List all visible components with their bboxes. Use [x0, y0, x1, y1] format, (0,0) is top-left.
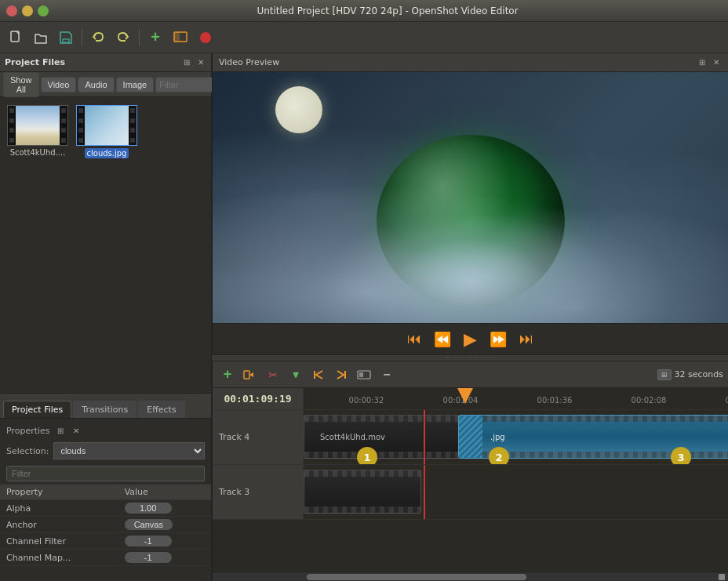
track-area: Track 4 Scott4kUhd.mov	[213, 410, 728, 572]
save-button[interactable]	[55, 27, 77, 49]
track-3-label: Track 3	[213, 465, 304, 519]
prop-channel-map-label: Channel Map...	[0, 550, 118, 566]
tab-project-files[interactable]: Project Files	[3, 401, 71, 418]
timeline-ruler: 00:01:09:19 00:00:32 00:01:04 00:01:36 0…	[213, 388, 728, 410]
prop-channel-map-value[interactable]: -1	[118, 550, 211, 566]
thumb-image-2	[85, 106, 129, 145]
marker-3: 3	[671, 447, 691, 464]
filmstrip-bottom	[304, 452, 460, 458]
new-button[interactable]	[5, 27, 27, 49]
properties-filter-input[interactable]	[6, 466, 205, 481]
prop-channel-filter-value[interactable]: -1	[118, 533, 211, 550]
project-files-title: Project Files	[5, 57, 178, 67]
scrollbar-thumb[interactable]	[307, 574, 526, 580]
jump-end-timeline-button[interactable]	[331, 365, 351, 385]
video-canvas	[213, 72, 728, 323]
alpha-value-button[interactable]: 1.00	[125, 503, 172, 514]
video-preview-header: Video Preview ⊞ ✕	[212, 53, 728, 72]
film-strip-right	[60, 106, 67, 145]
selection-row: Selection: clouds	[0, 439, 211, 463]
duration-display: ⊞ 32 seconds	[657, 369, 723, 380]
selection-label: Selection:	[6, 446, 49, 456]
svg-rect-5	[244, 371, 249, 379]
properties-table: Property Value Alpha 1.00 Anchor Canvas	[0, 485, 211, 566]
svg-point-4	[200, 32, 211, 43]
play-button[interactable]: ▶	[460, 328, 480, 351]
jump-start-playback-button[interactable]: ⏮	[404, 329, 424, 349]
scrollbar-corner[interactable]	[719, 574, 725, 580]
drag-divider[interactable]: · · · · · · ·	[212, 354, 728, 361]
snap-button[interactable]	[354, 365, 374, 385]
render-button[interactable]	[195, 27, 217, 49]
props-close-button[interactable]: ✕	[71, 425, 82, 436]
track-4-content: Scott4kUhd.mov .jpg	[304, 410, 728, 464]
tab-audio[interactable]: Audio	[78, 77, 114, 93]
rewind-button[interactable]: ⏪	[431, 329, 454, 350]
ruler-time-4: 00:02:08	[632, 396, 667, 405]
tab-effects[interactable]: Effects	[138, 401, 184, 418]
fast-forward-button[interactable]: ⏩	[486, 329, 510, 350]
file-item-clouds[interactable]: clouds.jpg	[75, 103, 138, 160]
filter-tabs: Show All Video Audio Image 🔧	[0, 72, 211, 97]
right-panel: Video Preview ⊞ ✕ ⏮ ⏪ ▶ ⏩	[212, 53, 728, 581]
col-value: Value	[118, 485, 211, 500]
anchor-value-button[interactable]: Canvas	[125, 519, 173, 530]
timeline-toolbar: + ✂ ▾ − ⊞ 32 seconds	[213, 361, 728, 388]
thumb-image	[16, 106, 60, 145]
export-button[interactable]	[169, 27, 191, 49]
project-files-close-button[interactable]: ✕	[195, 57, 206, 68]
video-preview-title: Video Preview	[219, 57, 279, 67]
table-row: Alpha 1.00	[0, 500, 211, 517]
redo-button[interactable]	[112, 27, 134, 49]
track-3-row: Track 3	[213, 465, 728, 520]
add-track-button[interactable]: +	[217, 365, 238, 385]
table-row: Channel Filter -1	[0, 533, 211, 550]
svg-rect-3	[174, 32, 180, 42]
maximize-button[interactable]	[38, 5, 49, 16]
channel-map-value-button[interactable]: -1	[125, 552, 172, 563]
properties-header: Properties ⊞ ✕	[0, 422, 211, 439]
properties-tabs: Project Files Transitions Effects	[0, 394, 211, 419]
razor-button[interactable]: ✂	[263, 365, 283, 385]
film-strip-right-2	[129, 106, 136, 145]
import-button[interactable]: +	[144, 27, 166, 49]
minimize-button[interactable]	[22, 5, 33, 16]
tab-transitions[interactable]: Transitions	[73, 401, 136, 418]
undo-button[interactable]	[87, 27, 109, 49]
prop-alpha-value[interactable]: 1.00	[118, 500, 211, 517]
track-3-content	[304, 465, 728, 519]
main-toolbar: +	[0, 22, 728, 53]
jump-end-playback-button[interactable]: ⏭	[516, 329, 537, 349]
project-files-menu-button[interactable]: ⊞	[181, 57, 192, 68]
timeline-scrollbar[interactable]	[213, 572, 728, 581]
zoom-out-button[interactable]: −	[377, 365, 397, 385]
duration-icon: ⊞	[657, 369, 672, 380]
left-panel: Project Files ⊞ ✕ Show All Video Audio I…	[0, 53, 212, 581]
filmstrip-top-3	[304, 470, 420, 477]
tab-show-all[interactable]: Show All	[3, 72, 39, 97]
moon-element	[275, 86, 322, 133]
properties-panel: Properties ⊞ ✕ Selection: clouds Propert…	[0, 419, 211, 581]
clip-track3[interactable]	[304, 470, 421, 514]
video-close-button[interactable]: ✕	[711, 57, 722, 68]
jump-start-timeline-button[interactable]	[308, 365, 329, 385]
window-title: Untitled Project [HDV 720 24p] - OpenSho…	[53, 5, 722, 16]
file-item-scott4k[interactable]: Scott4kUhd....	[6, 103, 69, 160]
tab-video[interactable]: Video	[41, 77, 77, 93]
props-menu-button[interactable]: ⊞	[55, 425, 66, 436]
open-button[interactable]	[30, 27, 52, 49]
close-button[interactable]	[6, 5, 17, 16]
selection-dropdown[interactable]: clouds	[53, 442, 205, 459]
tab-image[interactable]: Image	[116, 77, 155, 93]
files-grid: Scott4kUhd....	[0, 97, 211, 393]
track-4-label: Track 4	[213, 410, 304, 464]
filter-timeline-button[interactable]: ▾	[286, 365, 306, 385]
svg-rect-1	[63, 39, 69, 42]
playhead-line-3	[424, 465, 425, 519]
timecode-display: 00:01:09:19	[213, 388, 304, 409]
clip-mode-button[interactable]	[240, 365, 260, 385]
video-menu-button[interactable]: ⊞	[697, 57, 708, 68]
clip-scott4k[interactable]: Scott4kUhd.mov	[304, 415, 460, 459]
prop-anchor-value[interactable]: Canvas	[118, 517, 211, 533]
channel-filter-value-button[interactable]: -1	[125, 536, 172, 547]
